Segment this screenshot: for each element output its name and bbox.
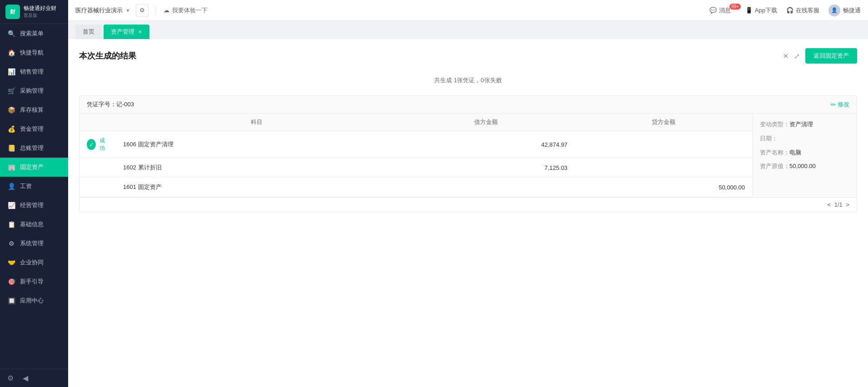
voucher-layout: 科目 借方金额 贷方金额 ✓ 成功 1606 固定资产清理 42,874.97 [79,114,857,197]
edit-label: 修改 [838,100,849,109]
debit-cell [397,178,575,197]
success-row: ✓ 成功 [87,137,109,152]
message-button[interactable]: 💬 消息 99+ [709,6,736,15]
sidebar-item-quicknav[interactable]: 🏠 快捷导航 [0,43,68,62]
sidebar-label-collab: 企业协同 [20,258,44,267]
asset-value-value: 50,000.00 [789,162,816,171]
sidebar-label-operations: 经营管理 [20,201,44,209]
sidebar-label-capital: 资金管理 [20,125,44,133]
sidebar-item-apps[interactable]: 🔲 应用中心 [0,291,68,310]
subject-cell[interactable]: 1606 固定资产清理 [116,131,397,158]
prev-icon[interactable]: < [828,201,831,208]
purchase-icon: 🛒 [7,87,15,95]
sidebar-label-basics: 基础信息 [20,220,44,228]
username-label: 畅捷通 [843,6,861,15]
project-name: 医疗器械行业演示 [75,6,123,15]
voucher-header: 凭证字号：记-003 ✏ 修改 [79,96,857,114]
tab-asset-mgmt[interactable]: 资产管理 ✕ [104,25,149,39]
logo-icon: 财 [5,5,20,19]
debit-cell: 7,125.03 [397,158,575,178]
settings-bottom-icon[interactable]: ⚙ [7,374,14,382]
sidebar-item-capital[interactable]: 💰 资金管理 [0,119,68,139]
fixed_assets-icon: 🏢 [7,163,15,171]
expand-panel-icon[interactable]: ⤢ [794,52,800,60]
success-icon: ✓ [87,139,96,150]
tab-home-label: 首页 [83,28,94,36]
project-arrow-icon: ▼ [125,8,130,13]
debit-cell: 42,874.97 [397,131,575,158]
sidebar-item-operations[interactable]: 📈 经营管理 [0,196,68,215]
app-download-button[interactable]: 📱 App下载 [745,6,777,15]
voucher-number: 凭证字号：记-003 [87,100,134,109]
col-debit: 借方金额 [397,114,575,131]
tab-close-icon[interactable]: ✕ [138,29,142,35]
headset-icon: 🎧 [786,7,794,14]
cloud-icon: ☁ [164,7,169,14]
status-cell: ✓ 成功 [79,131,116,158]
sidebar-item-ledger[interactable]: 📒 总账管理 [0,139,68,158]
return-button[interactable]: 返回固定资产 [805,48,857,64]
experience-button[interactable]: ☁ 我要体验一下 [164,6,208,15]
message-badge: 99+ [729,4,741,10]
success-label: 成功 [99,137,109,152]
online-service-button[interactable]: 🎧 在线客服 [786,6,819,15]
change-type-label: 变动类型： [760,120,789,129]
main-area: 医疗器械行业演示 ▼ ⚙ ☁ 我要体验一下 💬 消息 99+ 📱 App下载 🎧… [68,0,868,387]
sidebar-item-basics[interactable]: 📋 基础信息 [0,215,68,234]
user-menu[interactable]: 👤 畅捷通 [828,5,861,16]
sidebar-label-fixed_assets: 固定资产 [20,163,44,171]
sidebar-item-purchase[interactable]: 🛒 采购管理 [0,81,68,100]
subject-cell[interactable]: 1601 固定资产 [116,178,397,197]
status-cell [79,178,116,197]
subject-cell[interactable]: 1602 累计折旧 [116,158,397,178]
sidebar-label-sales: 销售管理 [20,68,44,76]
sidebar-label-apps: 应用中心 [20,297,44,305]
side-asset-value: 资产原值： 50,000.00 [760,162,849,171]
voucher-main: 科目 借方金额 贷方金额 ✓ 成功 1606 固定资产清理 42,874.97 [79,114,752,197]
sidebar-item-inventory[interactable]: 📦 库存核算 [0,100,68,119]
next-icon[interactable]: > [846,201,849,208]
col-status [79,114,116,131]
table-row: 1602 累计折旧 7,125.03 [79,158,752,178]
guide-icon: 🎯 [7,278,15,286]
credit-cell: 50,000.00 [575,178,752,197]
logo-sub: 普及版 [24,12,56,19]
sidebar-item-collab[interactable]: 🤝 企业协同 [0,253,68,272]
date-label: 日期： [760,134,789,144]
project-selector[interactable]: 医疗器械行业演示 ▼ [75,6,130,15]
phone-icon: 📱 [745,7,753,14]
sidebar-item-guide[interactable]: 🎯 新手引导 [0,272,68,291]
sales-icon: 📊 [7,68,15,76]
topbar-settings-button[interactable]: ⚙ [136,4,149,17]
table-row: ✓ 成功 1606 固定资产清理 42,874.97 [79,131,752,158]
sidebar-item-sales[interactable]: 📊 销售管理 [0,62,68,81]
change-type-value: 资产清理 [789,120,813,129]
apps-icon: 🔲 [7,297,15,305]
voucher-edit-button[interactable]: ✏ 修改 [831,100,849,109]
inventory-icon: 📦 [7,106,15,114]
page-body: 本次生成的结果 ✕ ⤢ 返回固定资产 共生成 1张凭证，0张失败 凭证字号：记-… [68,39,868,387]
result-summary: 共生成 1张凭证，0张失败 [79,73,857,88]
side-change-type: 变动类型： 资产清理 [760,120,849,129]
page-title-row: 本次生成的结果 ✕ ⤢ 返回固定资产 [79,48,857,64]
voucher-pagination: < 1/1 > [79,197,857,212]
sidebar-label-inventory: 库存核算 [20,106,44,114]
collapse-icon[interactable]: ◀ [23,374,28,382]
sidebar-item-system[interactable]: ⚙ 系统管理 [0,234,68,253]
sidebar-label-purchase: 采购管理 [20,87,44,95]
gear-icon: ⚙ [139,7,145,14]
sidebar-nav: 🔍 搜索菜单 🏠 快捷导航 📊 销售管理 🛒 采购管理 📦 库存核算 💰 资金管… [0,24,68,369]
asset-name-value: 电脑 [789,148,801,158]
side-date: 日期： [760,134,849,144]
app-download-label: App下载 [755,6,777,15]
tab-home[interactable]: 首页 [75,25,102,39]
page-title: 本次生成的结果 [79,50,136,61]
sidebar-item-payroll[interactable]: 👤 工资 [0,177,68,196]
app-logo: 财 畅捷通好业财 普及版 [0,0,68,24]
close-panel-icon[interactable]: ✕ [783,52,789,60]
col-subject: 科目 [116,114,397,131]
sidebar: 财 畅捷通好业财 普及版 🔍 搜索菜单 🏠 快捷导航 📊 销售管理 🛒 采购管理… [0,0,68,387]
sidebar-item-search[interactable]: 🔍 搜索菜单 [0,24,68,43]
sidebar-item-fixed_assets[interactable]: 🏢 固定资产 [0,158,68,177]
topbar-right: 💬 消息 99+ 📱 App下载 🎧 在线客服 👤 畅捷通 [709,5,861,16]
